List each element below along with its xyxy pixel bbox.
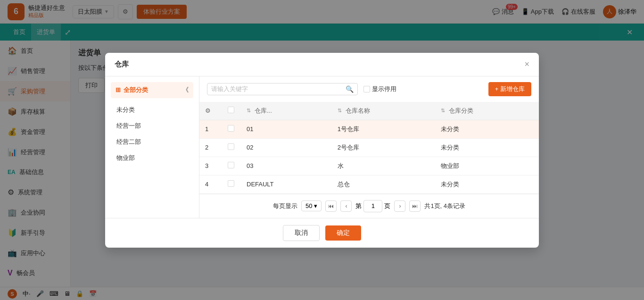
row-index: 3 (199, 157, 222, 175)
modal-body: ⊞ 全部分类 《 未分类 经营一部 经营二部 物业部 (105, 76, 539, 218)
sort-category-icon[interactable]: ⇅ (441, 108, 445, 114)
row-index: 1 (199, 120, 222, 138)
page-input-area: 第 页 (355, 200, 390, 212)
show-disabled-label: 显示停用 (372, 85, 396, 93)
first-page-button[interactable]: ⏮ (325, 200, 337, 212)
row-code: DEFAULT (241, 175, 332, 193)
table-header-row: ⚙ ⇅ 仓库... (199, 102, 539, 120)
show-disabled-option[interactable]: 显示停用 (363, 85, 396, 93)
per-page-select[interactable]: 50 ▾ (301, 200, 322, 211)
sort-name-icon[interactable]: ⇅ (338, 108, 342, 114)
row-code: 02 (241, 138, 332, 157)
page-total-info: 共1页, 4条记录 (424, 202, 465, 210)
row-category: 未分类 (435, 175, 539, 193)
row-checkbox[interactable] (228, 125, 234, 132)
warehouse-modal: 仓库 × ⊞ 全部分类 《 未分类 经营一部 经营二部 (105, 53, 539, 248)
col-checkbox (222, 102, 241, 120)
table-row[interactable]: 4 DEFAULT 总仓 未分类 (199, 175, 539, 193)
last-page-button[interactable]: ⏭ (409, 200, 421, 212)
category-item-dept2[interactable]: 经营二部 (111, 134, 193, 150)
row-checkbox[interactable] (228, 143, 234, 150)
per-page-value: 50 (305, 202, 312, 209)
row-category: 物业部 (435, 157, 539, 175)
search-icon[interactable]: 🔍 (346, 85, 354, 93)
page-number-input[interactable] (363, 200, 382, 212)
settings-col-icon: ⚙ (205, 107, 211, 114)
row-checkbox-cell[interactable] (222, 175, 241, 193)
row-name: 2号仓库 (332, 138, 436, 157)
search-input[interactable] (211, 85, 346, 92)
all-category-label: 全部分类 (124, 86, 148, 94)
search-box: 🔍 (207, 83, 358, 95)
row-index: 2 (199, 138, 222, 157)
col-settings: ⚙ (199, 102, 222, 120)
grid-icon: ⊞ (116, 86, 121, 93)
row-category: 未分类 (435, 138, 539, 157)
add-warehouse-button[interactable]: + 新增仓库 (488, 82, 531, 96)
category-panel: ⊞ 全部分类 《 未分类 经营一部 经营二部 物业部 (105, 76, 199, 218)
category-item-unclassified[interactable]: 未分类 (111, 102, 193, 118)
row-code: 03 (241, 157, 332, 175)
page-label-text: 第 (355, 202, 362, 210)
col-code-label: 仓库... (255, 107, 272, 115)
collapse-icon[interactable]: 《 (182, 86, 189, 94)
row-checkbox-cell[interactable] (222, 157, 241, 175)
sort-code-icon[interactable]: ⇅ (247, 108, 251, 114)
row-checkbox-cell[interactable] (222, 138, 241, 157)
cancel-button[interactable]: 取消 (283, 225, 320, 241)
row-code: 01 (241, 120, 332, 138)
table-row[interactable]: 2 02 2号仓库 未分类 (199, 138, 539, 157)
col-name-label: 仓库名称 (346, 107, 370, 115)
row-checkbox-cell[interactable] (222, 120, 241, 138)
modal-overlay: 仓库 × ⊞ 全部分类 《 未分类 经营一部 经营二部 (0, 0, 644, 300)
prev-page-button[interactable]: ‹ (340, 200, 352, 212)
per-page-label: 每页显示 (273, 202, 297, 210)
all-category-item[interactable]: ⊞ 全部分类 《 (111, 82, 193, 98)
next-page-button[interactable]: › (394, 200, 405, 212)
modal-header: 仓库 × (105, 53, 539, 76)
col-name: ⇅ 仓库名称 (332, 102, 436, 120)
row-checkbox[interactable] (228, 162, 234, 168)
select-all-checkbox[interactable] (228, 107, 234, 113)
confirm-button[interactable]: 确定 (325, 225, 361, 241)
row-index: 4 (199, 175, 222, 193)
table-row[interactable]: 1 01 1号仓库 未分类 (199, 120, 539, 138)
category-item-property[interactable]: 物业部 (111, 150, 193, 166)
col-code: ⇅ 仓库... (241, 102, 332, 120)
modal-close-button[interactable]: × (524, 59, 529, 69)
per-page-dropdown-icon: ▾ (314, 202, 317, 209)
table-toolbar: 🔍 显示停用 + 新增仓库 (199, 76, 539, 102)
row-name: 水 (332, 157, 436, 175)
category-item-dept1[interactable]: 经营一部 (111, 118, 193, 134)
row-name: 1号仓库 (332, 120, 436, 138)
modal-footer: 取消 确定 (105, 218, 539, 248)
modal-title: 仓库 (115, 60, 129, 69)
table-panel: 🔍 显示停用 + 新增仓库 ⚙ (199, 76, 539, 218)
warehouse-table: ⚙ ⇅ 仓库... (199, 102, 539, 194)
pagination: 每页显示 50 ▾ ⏮ ‹ 第 页 › ⏭ 共1页, 4条记录 (199, 194, 539, 218)
show-disabled-checkbox[interactable] (363, 86, 370, 92)
row-category: 未分类 (435, 120, 539, 138)
col-category-label: 仓库分类 (449, 107, 473, 115)
page-suffix-text: 页 (384, 202, 390, 210)
row-checkbox[interactable] (228, 180, 234, 187)
row-name: 总仓 (332, 175, 436, 193)
col-category: ⇅ 仓库分类 (435, 102, 539, 120)
table-row[interactable]: 3 03 水 物业部 (199, 157, 539, 175)
